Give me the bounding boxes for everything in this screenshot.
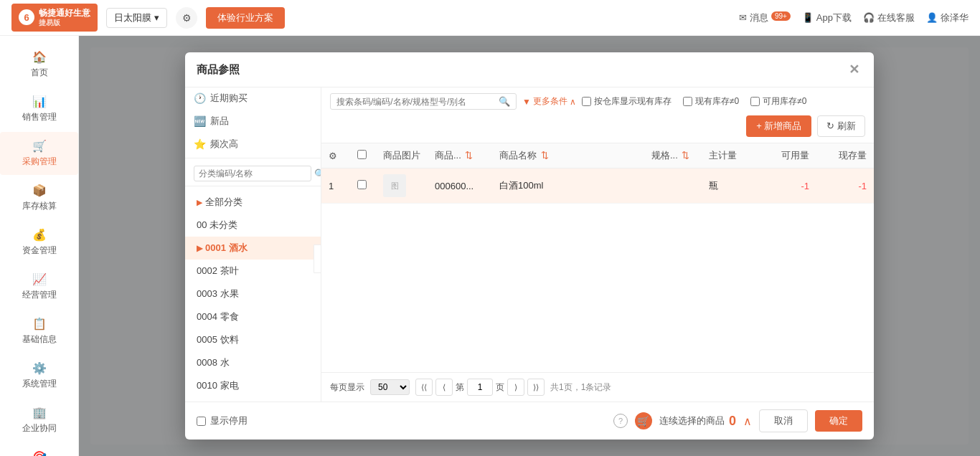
sidebar-item-inventory[interactable]: 📦 库存核算 (0, 176, 78, 219)
checkbox-group: 按仓库显示现有库存 现有库存≠0 可用库存≠0 (582, 95, 807, 108)
checkbox-usable-stock-input[interactable] (750, 97, 760, 106)
page-size-select[interactable]: 20 50 100 (370, 379, 410, 395)
sidebar-item-system[interactable]: ⚙️ 系统管理 (0, 354, 78, 397)
th-settings[interactable]: ⚙ (321, 143, 350, 168)
divider (185, 158, 321, 158)
search-icon[interactable]: 🔍 (499, 96, 510, 107)
cat-label-0004: 0004 零食 (197, 310, 239, 323)
quick-item-freq[interactable]: ⭐ 频次高 (185, 133, 321, 155)
user-icon: 👤 (926, 12, 938, 23)
sidebar-label-enterprise: 企业协同 (22, 422, 57, 434)
cat-item-0005[interactable]: 0005 饮料 (185, 328, 321, 351)
refresh-button[interactable]: ↻ 刷新 (817, 115, 865, 137)
filter-button[interactable]: ▼ 更多条件 ∧ (522, 95, 576, 108)
nav-service[interactable]: 🎧 在线客服 (863, 11, 915, 24)
modal-body: 🕐 近期购买 🆕 新品 ⭐ 频次高 (185, 87, 874, 402)
show-disabled-checkbox[interactable]: 显示停用 (197, 414, 248, 427)
sidebar-item-operations[interactable]: 📈 经营管理 (0, 265, 78, 308)
cat-search-input[interactable] (194, 166, 311, 181)
confirm-button[interactable]: 确定 (815, 410, 862, 432)
nav-user[interactable]: 👤 徐泽华 (926, 11, 969, 24)
nav-username: 徐泽华 (941, 11, 969, 24)
guide-icon: 🎯 (32, 450, 47, 456)
exp-button[interactable]: 体验行业方案 (206, 7, 285, 29)
sidebar-item-basic[interactable]: 📋 基础信息 (0, 310, 78, 353)
th-name[interactable]: 商品名称 ⇅ (492, 143, 644, 168)
nav-service-label: 在线客服 (877, 11, 915, 24)
cat-item-all[interactable]: ▶ 全部分类 (185, 191, 321, 214)
th-check-all[interactable] (357, 150, 367, 159)
modal-close-button[interactable]: ✕ (845, 61, 862, 78)
cat-label-0005: 0005 饮料 (197, 333, 239, 346)
cat-item-0003[interactable]: 0003 水果 (185, 282, 321, 305)
sidebar-item-home[interactable]: 🏠 首页 (0, 43, 78, 86)
app-sidebar: 🏠 首页 📊 销售管理 🛒 采购管理 📦 库存核算 💰 资金管理 📈 经营管理 … (0, 36, 79, 456)
nav-dropdown[interactable]: 日太阳膜 ▾ (106, 8, 167, 28)
nav-msg[interactable]: ✉ 消息 99+ (739, 11, 791, 24)
cat-item-0010[interactable]: 0010 家电 (185, 374, 321, 397)
quick-item-recent[interactable]: 🕐 近期购买 (185, 87, 321, 109)
msg-badge: 99+ (771, 11, 791, 21)
td-unit: 瓶 (702, 168, 752, 204)
cat-item-0004[interactable]: 0004 零食 (185, 305, 321, 328)
cart-icon[interactable]: 🛒 (635, 412, 652, 429)
collapse-up-button[interactable]: ∧ (743, 414, 752, 428)
sidebar-item-finance[interactable]: 💰 资金管理 (0, 221, 78, 264)
row-checkbox[interactable] (357, 180, 367, 189)
logo: 6 畅捷通好生意 捷易版 (11, 4, 98, 31)
cat-list: ▶ 全部分类 00 未分类 ▶ 0001 酒水 0002 茶 (185, 186, 321, 402)
sidebar-item-enterprise[interactable]: 🏢 企业协同 (0, 399, 78, 442)
cat-item-0008[interactable]: 0008 水 (185, 351, 321, 374)
add-product-button[interactable]: + 新增商品 (746, 115, 811, 137)
th-spec[interactable]: 规格... ⇅ (644, 143, 702, 168)
main-area: 商品参照 ✕ 🕐 近期购买 🆕 (79, 36, 980, 456)
th-spec-label: 规格... (651, 150, 678, 161)
page-input[interactable] (467, 379, 493, 396)
cat-search-icon[interactable]: 🔍 (314, 168, 321, 179)
td-check[interactable] (350, 168, 376, 204)
checkbox-available-stock[interactable]: 现有库存≠0 (683, 95, 739, 108)
modal-toolbar: 🔍 ▼ 更多条件 ∧ 按仓库显示现有库存 (321, 87, 874, 143)
settings-icon[interactable]: ⚙ (176, 7, 197, 29)
sidebar-item-purchase[interactable]: 🛒 采购管理 (0, 132, 78, 175)
page-first-button[interactable]: ⟨⟨ (415, 379, 433, 396)
td-code: 000600... (428, 168, 492, 204)
cat-label-0010: 0010 家电 (197, 379, 239, 392)
page-last-button[interactable]: ⟩⟩ (527, 379, 545, 396)
cancel-button[interactable]: 取消 (759, 409, 808, 432)
checkbox-warehouse-stock-input[interactable] (582, 97, 591, 106)
selected-label-text: 连续选择的商品 (659, 414, 725, 427)
checkbox-usable-stock[interactable]: 可用库存≠0 (750, 95, 806, 108)
help-icon[interactable]: ? (613, 414, 628, 428)
filter-label: 更多条件 (533, 95, 567, 108)
sidebar-collapse-button[interactable]: 《 (314, 244, 321, 273)
table-row[interactable]: 1 图 000600... 白酒100ml 瓶 (321, 168, 874, 204)
star-icon: ⭐ (194, 138, 206, 150)
nav-app[interactable]: 📱 App下载 (802, 11, 852, 24)
td-spec (644, 168, 702, 204)
checkbox-available-stock-input[interactable] (683, 97, 692, 106)
page-next-button[interactable]: ⟩ (507, 379, 524, 396)
th-code[interactable]: 商品... ⇅ (428, 143, 492, 168)
quick-item-new[interactable]: 🆕 新品 (185, 110, 321, 132)
show-disabled-input[interactable] (197, 417, 206, 426)
operations-icon: 📈 (32, 272, 47, 286)
sort-spec-icon: ⇅ (682, 150, 689, 161)
filter-icon: ▼ (522, 97, 531, 107)
th-unit: 主计量 (702, 143, 752, 168)
modal-overlay: 商品参照 ✕ 🕐 近期购买 🆕 (79, 36, 980, 456)
cat-item-0001[interactable]: ▶ 0001 酒水 (185, 237, 321, 260)
page-prev-button[interactable]: ⟨ (435, 379, 453, 396)
td-stock: -1 (816, 168, 874, 204)
cat-label-0008: 0008 水 (197, 356, 230, 369)
cat-item-00[interactable]: 00 未分类 (185, 214, 321, 237)
filter-arrow: ∧ (570, 97, 576, 107)
product-search-input[interactable] (336, 97, 496, 107)
logo-text: 畅捷通好生意 (39, 8, 90, 18)
product-table-body: 1 图 000600... 白酒100ml 瓶 (321, 168, 874, 204)
cat-item-0002[interactable]: 0002 茶叶 (185, 260, 321, 282)
sidebar-item-guide[interactable]: 🎯 新手引导 (0, 443, 78, 456)
checkbox-warehouse-stock[interactable]: 按仓库显示现有库存 (582, 95, 672, 108)
sidebar-item-sales[interactable]: 📊 销售管理 (0, 87, 78, 130)
quick-item-recent-label: 近期购买 (210, 92, 248, 105)
